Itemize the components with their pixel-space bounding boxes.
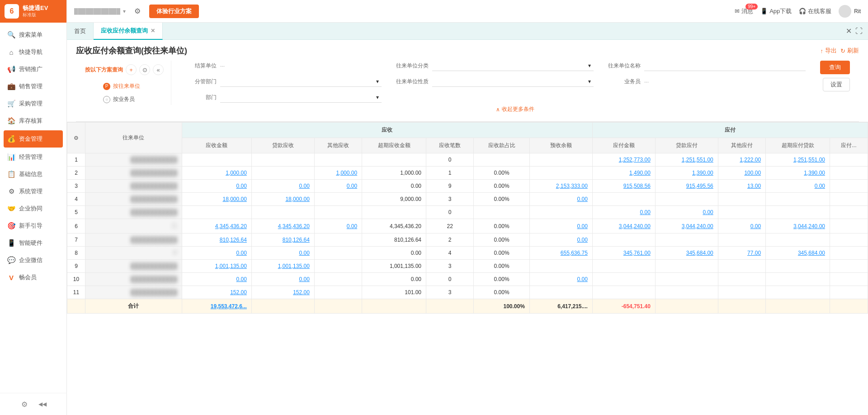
sub-dept-select[interactable]: ▾ — [220, 76, 382, 87]
table-cell[interactable]: 0.00 — [314, 219, 362, 234]
table-cell[interactable]: 0.00 — [251, 180, 314, 193]
table-cell[interactable]: 345,684.00 — [766, 247, 830, 260]
sidebar-item-search[interactable]: 🔍 搜索菜单 — [0, 26, 66, 43]
gear-btn[interactable]: ⚙ — [131, 5, 144, 18]
query-button[interactable]: 查询 — [820, 61, 850, 74]
table-cell[interactable]: 0.00 — [182, 273, 251, 286]
table-cell[interactable]: 345,684.00 — [655, 247, 718, 260]
table-cell[interactable]: 0.00 — [314, 180, 362, 193]
table-cell[interactable]: 1,490.00 — [592, 167, 655, 180]
filter-collapse-btn[interactable]: « — [153, 64, 164, 75]
table-cell[interactable]: 345,761.00 — [592, 247, 655, 260]
sidebar-item-sales[interactable]: 💼 销售管理 — [0, 78, 66, 95]
table-cell[interactable]: 2,153,333.00 — [529, 180, 592, 193]
table-cell[interactable]: 0.00 — [251, 247, 314, 260]
tab-maximize-btn[interactable]: ⛶ — [855, 27, 863, 35]
refresh-btn[interactable]: ↻ 刷新 — [840, 47, 859, 55]
sidebar-item-guide[interactable]: 🎯 新手引导 — [0, 217, 66, 234]
tab-ar-query[interactable]: 应收应付余额查询 ✕ — [94, 23, 163, 40]
sidebar-settings-btn[interactable]: ⚙ — [17, 397, 32, 411]
table-cell[interactable]: 77.00 — [718, 247, 765, 260]
table-cell[interactable]: 0.00 — [592, 206, 655, 219]
table-cell[interactable]: 0.00 — [529, 234, 592, 247]
message-btn[interactable]: ✉ 消息 99+ — [735, 7, 753, 15]
total-ar-amount[interactable]: 19,553,472,6... — [182, 299, 251, 314]
filter-settings-btn[interactable]: ⊙ — [139, 64, 150, 75]
sidebar-item-operation[interactable]: 📊 经营管理 — [0, 148, 66, 166]
table-cell[interactable]: 100.00 — [718, 167, 765, 180]
table-cell[interactable]: 18,000.00 — [182, 193, 251, 206]
option-partner-icon: P — [103, 83, 110, 90]
table-cell[interactable]: 0.00 — [529, 193, 592, 206]
table-cell[interactable]: 0.00 — [718, 219, 765, 234]
table-cell[interactable]: 655,636.75 — [529, 247, 592, 260]
salesman-dots[interactable]: ··· — [644, 79, 649, 85]
table-cell[interactable]: 0.00 — [766, 180, 830, 193]
table-cell[interactable]: 0.00 — [251, 273, 314, 286]
sidebar-item-system[interactable]: ⚙ 系统管理 — [0, 183, 66, 200]
sidebar-item-quicknav[interactable]: ⌂ 快捷导航 — [0, 43, 66, 61]
table-cell[interactable]: 1,222.00 — [718, 153, 765, 167]
table-cell[interactable]: 0.00 — [182, 247, 251, 260]
table-cell[interactable]: 915,495.56 — [655, 180, 718, 193]
table-cell[interactable]: 1,001,135.00 — [182, 260, 251, 273]
table-cell[interactable]: 0.00 — [529, 273, 592, 286]
collapse-more-btn[interactable]: ∧ 收起更多条件 — [180, 103, 850, 116]
table-cell[interactable]: 13.00 — [718, 180, 765, 193]
sidebar-item-wechat[interactable]: 💬 企业微信 — [0, 252, 66, 269]
table-cell[interactable]: 0.00 — [182, 180, 251, 193]
solution-button[interactable]: 体验行业方案 — [149, 5, 199, 18]
table-cell[interactable]: 1,390.00 — [766, 167, 830, 180]
table-cell[interactable]: 4,345,436.20 — [251, 219, 314, 234]
table-cell[interactable]: 0.00 — [529, 219, 592, 234]
table-cell[interactable]: 3,044,240.00 — [766, 219, 830, 234]
table-cell[interactable]: 152.00 — [251, 286, 314, 299]
table-cell[interactable]: 1,252,773.00 — [592, 153, 655, 167]
add-filter-btn[interactable]: + — [126, 64, 137, 75]
partner-category-select[interactable]: ▾ — [432, 61, 594, 71]
table-cell[interactable]: 1,000.00 — [314, 167, 362, 180]
table-cell[interactable]: 1,000.00 — [182, 167, 251, 180]
table-cell[interactable]: 810,126.64 — [182, 234, 251, 247]
table-cell[interactable]: 0.00 — [655, 206, 718, 219]
sidebar-item-finance[interactable]: 💰 资金管理 — [4, 130, 63, 148]
setting-button[interactable]: 设置 — [823, 78, 850, 91]
tab-close-icon[interactable]: ✕ — [151, 28, 155, 34]
table-cell[interactable]: 4,345,436.20 — [182, 219, 251, 234]
partner-name-input[interactable] — [644, 61, 806, 71]
table-cell[interactable]: 810,126.64 — [251, 234, 314, 247]
table-cell[interactable]: 915,508.56 — [592, 180, 655, 193]
table-cell[interactable]: 1,251,551.00 — [766, 153, 830, 167]
table-settings-icon[interactable]: ⚙ — [74, 135, 79, 141]
table-cell[interactable]: 152.00 — [182, 286, 251, 299]
table-cell[interactable]: 1,390.00 — [655, 167, 718, 180]
tab-home[interactable]: 首页 — [67, 23, 94, 40]
service-btn[interactable]: 🎧 在线客服 — [799, 7, 831, 15]
settlement-dots[interactable]: ··· — [220, 63, 225, 69]
sidebar-item-hardware[interactable]: 📱 智能硬件 — [0, 234, 66, 252]
sidebar-collapse-btn[interactable]: ◀◀ — [35, 397, 50, 411]
query-option-salesman[interactable]: ○ 按业务员 — [99, 94, 164, 105]
app-download-btn[interactable]: 📱 App下载 — [760, 7, 792, 15]
table-cell[interactable]: 3,044,240.00 — [592, 219, 655, 234]
sidebar-item-marketing[interactable]: 📢 营销推广 — [0, 61, 66, 78]
table-cell[interactable]: 18,000.00 — [251, 193, 314, 206]
user-menu[interactable]: Rit — [839, 5, 861, 18]
partner-nature-select[interactable]: ▾ — [432, 76, 594, 87]
sidebar-item-basic[interactable]: 📋 基础信息 — [0, 166, 66, 183]
table-cell[interactable]: 1,001,135.00 — [251, 260, 314, 273]
sidebar-item-member[interactable]: V 畅会员 — [0, 269, 66, 286]
th-settings[interactable]: ⚙ — [67, 123, 85, 153]
dept-select[interactable]: ▾ — [220, 92, 382, 103]
sidebar-item-purchase[interactable]: 🛒 采购管理 — [0, 95, 66, 112]
sidebar-item-enterprise[interactable]: 🤝 企业协同 — [0, 200, 66, 217]
export-btn[interactable]: ↑ 导出 — [821, 47, 837, 55]
tab-close-window-btn[interactable]: ✕ — [846, 27, 852, 35]
partner-cell: ████████████ — [85, 260, 182, 273]
table-cell: 9,000.00 — [362, 193, 426, 206]
query-option-partner[interactable]: P 按往来单位 — [99, 81, 164, 92]
sidebar-item-inventory[interactable]: 🏠 库存核算 — [0, 112, 66, 129]
table-cell[interactable]: 1,251,551.00 — [655, 153, 718, 167]
table-wrapper: ⚙ 往来单位 应收 应付 应收金额 贷款应收 其他应收 超期应收金额 应收笔数 — [67, 122, 868, 415]
table-cell[interactable]: 3,044,240.00 — [655, 219, 718, 234]
